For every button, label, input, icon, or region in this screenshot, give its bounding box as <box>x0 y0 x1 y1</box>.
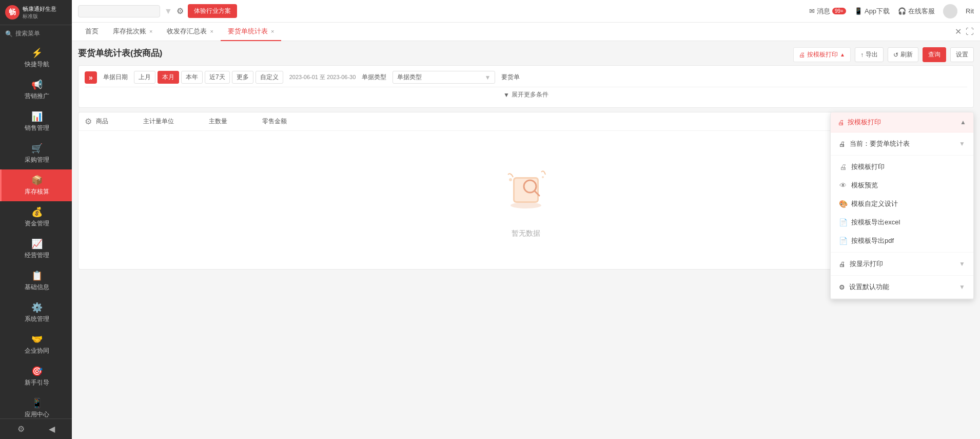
topbar-search-input[interactable] <box>78 5 160 17</box>
dropdown-collapse-icon[interactable]: ▲ <box>960 119 966 126</box>
topbar-gear-icon[interactable]: ⚙ <box>177 6 184 16</box>
sidebar-item-purchase[interactable]: 🛒 采购管理 <box>0 138 72 169</box>
sidebar-item-system[interactable]: ⚙️ 系统管理 <box>0 297 72 329</box>
display-print-arrow: ▼ <box>959 260 965 268</box>
sidebar-item-finance[interactable]: 💰 资金管理 <box>0 201 72 233</box>
sidebar-item-label: 基础信息 <box>25 283 49 292</box>
dropdown-current-item[interactable]: 🖨 当前：要货单统计表 ▼ <box>831 135 973 153</box>
unit-col-header: 主计量单位 <box>143 117 174 126</box>
filter-row: » 单据日期 上月 本月 本年 近7天 更多 自定义 2023-06-01 至 … <box>85 71 967 84</box>
app-download-item[interactable]: 📱 App下载 <box>854 7 890 16</box>
sidebar-item-marketing[interactable]: 📢 营销推广 <box>0 74 72 106</box>
date-7days[interactable]: 近7天 <box>205 71 230 84</box>
collapse-icon[interactable]: ◀ <box>49 424 55 434</box>
sales-icon: 📊 <box>31 111 43 122</box>
sidebar-item-operations[interactable]: 📈 经营管理 <box>0 233 72 265</box>
sidebar-item-label: 经营管理 <box>25 251 49 260</box>
operations-icon: 📈 <box>31 238 43 250</box>
template-preview-icon: 👁 <box>839 181 847 189</box>
online-service-item[interactable]: 🎧 在线客服 <box>898 7 935 16</box>
sidebar: 畅 畅康通好生意 标准版 🔍 搜索菜单 ⚡ 快捷导航 📢 营销推广 📊 销售管理… <box>0 0 72 439</box>
dropdown-default-section: ⚙ 设置默认功能 ▼ <box>831 276 973 299</box>
sidebar-item-inventory[interactable]: 📦 库存核算 <box>0 169 72 201</box>
tab-order-stats-close[interactable]: × <box>271 28 274 34</box>
dropdown-title-label: 按模板打印 <box>848 118 881 127</box>
dropdown-header: 🖨 按模板打印 ▲ <box>831 112 973 132</box>
sidebar-item-sales[interactable]: 📊 销售管理 <box>0 106 72 138</box>
current-printer-icon: 🖨 <box>839 140 846 148</box>
user-avatar[interactable] <box>943 4 957 18</box>
tab-receipt-summary[interactable]: 收发存汇总表 × <box>160 23 220 41</box>
notifications-item[interactable]: ✉ 消息 99+ <box>809 7 846 16</box>
sidebar-bottom: ⚙ ◀ <box>0 418 72 439</box>
sidebar-item-label: 应用中心 <box>25 410 49 418</box>
date-current-year[interactable]: 本年 <box>181 71 203 84</box>
sidebar-item-basic[interactable]: 📋 基础信息 <box>0 265 72 297</box>
date-range-display: 2023-06-01 至 2023-06-30 <box>289 73 356 81</box>
tab-home[interactable]: 首页 <box>78 23 106 41</box>
tab-receipt-summary-label: 收发存汇总表 <box>167 27 207 36</box>
qty-col-header: 主数量 <box>209 117 227 126</box>
date-custom[interactable]: 自定义 <box>256 71 283 84</box>
date-label: 单据日期 <box>103 73 128 82</box>
purchase-icon: 🛒 <box>31 143 43 154</box>
marketing-icon: 📢 <box>31 79 43 90</box>
industry-btn[interactable]: 体验行业方案 <box>188 4 237 18</box>
set-default-arrow: ▼ <box>959 283 965 291</box>
order-type-label: 单据类型 <box>362 73 386 82</box>
dropdown-template-custom[interactable]: 🎨 模板自定义设计 <box>831 195 973 213</box>
tab-order-stats[interactable]: 要货单统计表 × <box>221 23 281 41</box>
tab-batch-accounts-label: 库存批次账 <box>113 27 146 36</box>
template-custom-label: 模板自定义设计 <box>851 199 898 208</box>
username-label: Rit <box>966 7 974 15</box>
dropdown-display-print[interactable]: 🖨 按显示打印 ▼ <box>831 255 973 273</box>
tab-order-stats-label: 要货单统计表 <box>228 27 268 36</box>
date-more[interactable]: 更多 <box>232 71 253 84</box>
settings-btn[interactable]: 设置 <box>950 47 974 62</box>
filter-expand-btn[interactable]: » <box>85 71 97 84</box>
dropdown-template-preview[interactable]: 👁 模板预览 <box>831 176 973 195</box>
export-excel-icon: 📄 <box>839 218 847 226</box>
search-menu-label: 搜索菜单 <box>15 29 40 38</box>
dropdown-export-pdf[interactable]: 📄 按模板导出pdf <box>831 232 973 250</box>
chevron-down-icon: ▼ <box>503 91 509 99</box>
sidebar-item-enterprise[interactable]: 🤝 企业协同 <box>0 329 72 360</box>
sidebar-item-label: 企业协同 <box>25 347 49 355</box>
set-default-label: 设置默认功能 <box>849 282 889 292</box>
order-status-label: 要货单 <box>501 73 520 82</box>
close-window-icon[interactable]: ✕ <box>955 27 962 36</box>
logo-text: 畅康通好生意 标准版 <box>23 5 56 19</box>
dropdown-set-default[interactable]: ⚙ 设置默认功能 ▼ <box>831 278 973 296</box>
dropdown-template-print[interactable]: 🖨 按模板打印 <box>831 158 973 176</box>
print-template-btn[interactable]: 🖨 按模板打印 ▲ <box>793 47 851 62</box>
sidebar-item-label: 营销推广 <box>25 92 49 101</box>
tab-receipt-summary-close[interactable]: × <box>210 28 213 34</box>
sidebar-item-newbie[interactable]: 🎯 新手引导 <box>0 360 72 392</box>
expand-more-btn[interactable]: ▼ 展开更多条件 <box>85 87 967 102</box>
dropdown-export-excel[interactable]: 📄 按模板导出excel <box>831 213 973 232</box>
tab-batch-accounts-close[interactable]: × <box>149 28 152 34</box>
sidebar-item-app-center[interactable]: 📱 应用中心 <box>0 392 72 418</box>
template-preview-label: 模板预览 <box>851 181 878 190</box>
sidebar-item-label: 快捷导航 <box>25 60 49 69</box>
date-prev-month[interactable]: 上月 <box>134 71 155 84</box>
date-current-month[interactable]: 本月 <box>158 71 179 84</box>
export-btn[interactable]: ↑ 导出 <box>855 47 884 62</box>
display-print-left: 🖨 按显示打印 <box>839 259 883 269</box>
svg-point-0 <box>511 202 541 208</box>
sidebar-item-quick-nav[interactable]: ⚡ 快捷导航 <box>0 42 72 74</box>
maximize-icon[interactable]: ⛶ <box>966 27 974 36</box>
export-icon: ↑ <box>860 51 864 59</box>
order-type-select[interactable]: 单据类型 ▼ <box>393 71 495 84</box>
table-gear-icon[interactable]: ⚙ <box>85 117 92 126</box>
tab-batch-accounts[interactable]: 库存批次账 × <box>106 23 160 41</box>
filter-card: » 单据日期 上月 本月 本年 近7天 更多 自定义 2023-06-01 至 … <box>78 65 974 108</box>
online-service-label: 在线客服 <box>908 7 935 16</box>
logo-icon: 畅 <box>5 5 19 20</box>
search-divider: ▼ <box>164 7 172 16</box>
query-btn[interactable]: 查询 <box>923 47 946 62</box>
refresh-btn[interactable]: ↺ 刷新 <box>888 47 918 62</box>
search-menu-item[interactable]: 🔍 搜索菜单 <box>0 25 72 42</box>
settings-bottom-icon[interactable]: ⚙ <box>17 424 25 434</box>
main-content: ▼ ⚙ 体验行业方案 ✉ 消息 99+ 📱 App下载 🎧 在线客服 Rit 首… <box>72 0 980 439</box>
